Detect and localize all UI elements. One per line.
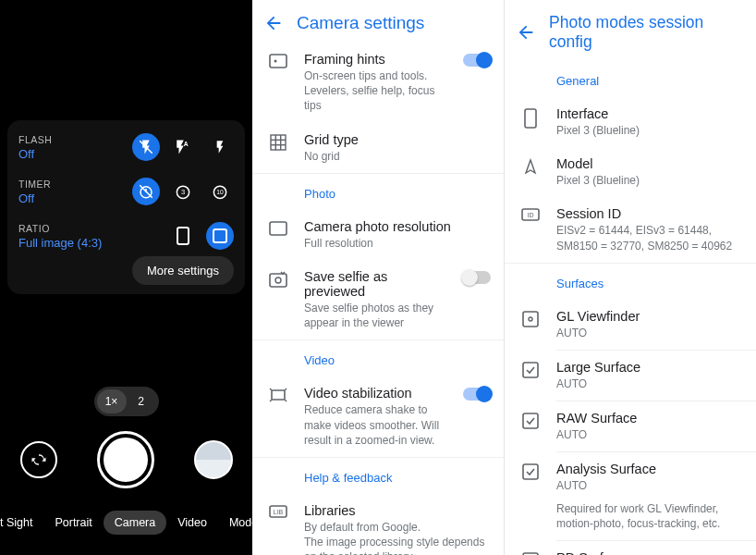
save-selfie-switch[interactable] [463, 271, 491, 284]
config-title: Photo modes session config [549, 13, 743, 52]
zoom-selector: 1× 2 [94, 387, 159, 416]
svg-rect-19 [270, 274, 287, 287]
large-surface-item[interactable]: Large Surface AUTO [505, 351, 756, 401]
large-surface-title: Large Surface [556, 360, 743, 375]
stabilization-item[interactable]: Video stabilization Reduce camera shake … [252, 376, 504, 457]
interface-item[interactable]: Interface Pixel 3 (Blueline) [505, 97, 756, 147]
flash-auto-option[interactable]: A [169, 133, 197, 161]
svg-text:A: A [184, 141, 189, 147]
back-arrow-icon[interactable] [263, 13, 284, 33]
flash-on-option[interactable] [206, 133, 234, 161]
libraries-title: Libraries [304, 503, 491, 518]
grid-sub: No grid [304, 149, 491, 164]
config-header: Photo modes session config [505, 0, 756, 61]
svg-point-20 [275, 278, 281, 283]
photo-section-header: Photo [252, 174, 504, 210]
resolution-title: Camera photo resolution [304, 219, 491, 234]
svg-rect-29 [525, 109, 536, 128]
flash-off-option[interactable] [132, 133, 160, 161]
session-config-panel: Photo modes session config General Inter… [505, 0, 756, 555]
check-box-icon [518, 462, 543, 531]
shutter-button[interactable] [97, 431, 154, 488]
resolution-item[interactable]: Camera photo resolution Full resolution [252, 210, 504, 260]
zoom-1x[interactable]: 1× [97, 389, 127, 413]
gl-viewfinder-title: GL Viewfinder [556, 309, 743, 324]
phone-icon [518, 106, 543, 138]
framing-icon [265, 52, 291, 114]
svg-text:10: 10 [216, 189, 224, 195]
framing-switch[interactable] [463, 54, 491, 67]
ratio-full-option[interactable] [206, 222, 234, 250]
model-item[interactable]: Model Pixel 3 (Blueline) [505, 147, 756, 197]
svg-point-12 [274, 60, 277, 63]
interface-title: Interface [556, 106, 743, 121]
pd-surface-item[interactable]: PD Surface [505, 541, 756, 555]
camera-panel: FLASH Off A TIMER Off [0, 0, 252, 555]
mode-video[interactable]: Video [166, 511, 218, 535]
model-sub: Pixel 3 (Blueline) [556, 173, 743, 188]
framing-hints-item[interactable]: Framing hints On-screen tips and tools. … [252, 43, 504, 123]
check-box-icon [518, 411, 543, 442]
settings-title: Camera settings [297, 13, 424, 33]
ratio-label: RATIO [18, 223, 169, 234]
save-selfie-sub: Save selfie photos as they appear in the… [304, 301, 450, 330]
svg-rect-13 [271, 135, 286, 150]
check-box-icon [518, 550, 543, 555]
libraries-item[interactable]: LIB Libraries By default from Google. Th… [252, 494, 504, 555]
more-settings-button[interactable]: More settings [132, 256, 234, 285]
libraries-icon: LIB [265, 503, 291, 555]
timer-off-option[interactable] [132, 178, 160, 205]
ratio-value: Full image (4:3) [18, 236, 169, 250]
check-box-icon [518, 360, 543, 391]
mode-modes[interactable]: Modes [218, 511, 252, 535]
gl-viewfinder-item[interactable]: GL Viewfinder AUTO [505, 300, 756, 350]
session-id-item[interactable]: ID Session ID EISv2 = 61444, EISv3 = 614… [505, 197, 756, 262]
stabilization-icon [265, 386, 291, 448]
raw-surface-item[interactable]: RAW Surface AUTO [505, 401, 756, 451]
timer-row: TIMER Off 3 10 [18, 178, 234, 205]
flash-label: FLASH [18, 134, 132, 145]
settings-header: Camera settings [252, 0, 504, 43]
resolution-sub: Full resolution [304, 236, 491, 251]
save-selfie-item[interactable]: Save selfie as previewed Save selfie pho… [252, 260, 504, 339]
svg-rect-10 [213, 229, 226, 242]
shutter-row [0, 431, 252, 488]
svg-rect-36 [523, 464, 538, 479]
svg-text:ID: ID [528, 212, 534, 218]
svg-rect-21 [272, 390, 285, 400]
surface-icon [518, 309, 543, 340]
large-surface-sub: AUTO [556, 376, 743, 391]
mode-camera[interactable]: Camera [104, 511, 166, 535]
camera-settings-panel: Camera settings Framing hints On-screen … [252, 0, 505, 555]
svg-rect-34 [523, 363, 538, 377]
zoom-2x[interactable]: 2 [127, 389, 156, 413]
pd-surface-title: PD Surface [556, 550, 743, 555]
model-title: Model [556, 156, 743, 171]
compass-icon [518, 156, 543, 188]
timer-value: Off [18, 191, 132, 205]
grid-type-item[interactable]: Grid type No grid [252, 123, 504, 173]
general-section-header: General [505, 61, 756, 97]
raw-surface-title: RAW Surface [556, 411, 743, 426]
back-arrow-icon[interactable] [516, 22, 536, 43]
mode-night-sight[interactable]: t Sight [0, 511, 43, 535]
video-section-header: Video [252, 340, 504, 376]
save-selfie-title: Save selfie as previewed [304, 269, 450, 299]
ratio-wide-option[interactable] [169, 222, 197, 250]
session-title: Session ID [556, 206, 743, 221]
framing-title: Framing hints [304, 52, 450, 67]
quick-settings-sheet: FLASH Off A TIMER Off [7, 120, 245, 294]
svg-rect-9 [177, 228, 189, 244]
interface-sub: Pixel 3 (Blueline) [556, 123, 743, 138]
svg-rect-35 [523, 413, 538, 428]
analysis-surface-title: Analysis Surface [556, 462, 743, 476]
modes-row: t Sight Portrait Camera Video Modes [0, 511, 252, 535]
stabilization-switch[interactable] [463, 388, 491, 401]
timer-3s-option[interactable]: 3 [169, 178, 197, 205]
svg-rect-18 [270, 222, 287, 235]
timer-10s-option[interactable]: 10 [206, 178, 234, 205]
mode-portrait[interactable]: Portrait [43, 511, 103, 535]
switch-camera-button[interactable] [20, 441, 57, 478]
analysis-surface-item[interactable]: Analysis Surface AUTO Required for work … [505, 452, 756, 540]
gallery-thumbnail[interactable] [194, 440, 233, 479]
